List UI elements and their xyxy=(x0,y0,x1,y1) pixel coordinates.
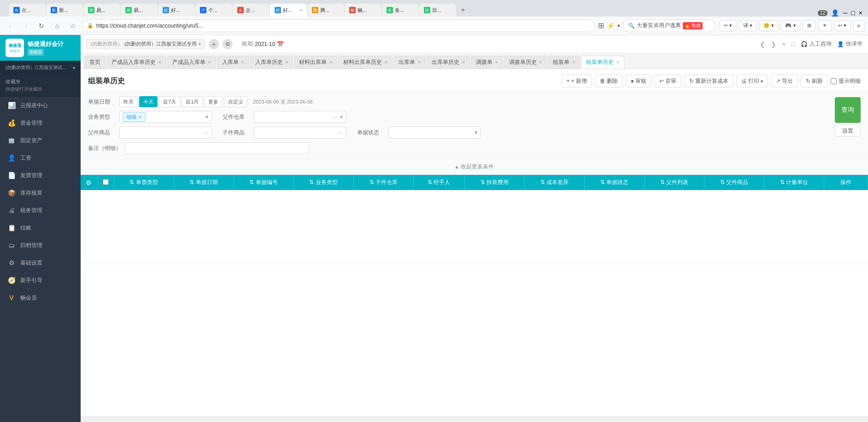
refresh-button[interactable]: ↻ xyxy=(35,19,48,32)
game-btn[interactable]: 🎮 ▾ xyxy=(781,20,800,31)
tab-material-out-history[interactable]: 材料出库单历史 × xyxy=(338,56,393,69)
close-app-icon[interactable]: × xyxy=(782,40,786,48)
sidebar-item-reports[interactable]: 📊 云报表中心 xyxy=(0,97,81,114)
recalc-btn[interactable]: ↻ 重新计算成本 xyxy=(684,75,733,87)
export-btn[interactable]: ↗ 导出 xyxy=(771,75,798,87)
bill-status-selector[interactable]: ▾ xyxy=(388,127,481,139)
tab-close[interactable]: × xyxy=(616,60,619,65)
week-btn[interactable]: 近7天 xyxy=(159,96,180,107)
new-tab-button[interactable]: + xyxy=(457,4,469,17)
tab-close[interactable]: × xyxy=(495,60,498,65)
collapse-bar[interactable]: ▲ 收起更多条件 xyxy=(81,159,868,175)
star-button[interactable]: ☆ xyxy=(66,19,79,32)
sidebar-item-closing[interactable]: 📋 结账 xyxy=(0,219,81,237)
translate-btn[interactable]: 译 ▾ xyxy=(739,20,757,31)
cut-btn[interactable]: ✂ ▾ xyxy=(720,20,736,31)
sidebar-item-tax[interactable]: 🖨 税务管理 xyxy=(0,202,81,219)
tab-close-8[interactable]: × xyxy=(299,8,302,13)
home-button[interactable]: ⌂ xyxy=(51,19,64,32)
tab-close[interactable]: × xyxy=(329,60,332,65)
browser-tab-11[interactable]: 各 各... xyxy=(382,4,419,17)
browser-tab-4[interactable]: 易 易... xyxy=(121,4,158,17)
parent-goods-selector[interactable]: ··· xyxy=(119,127,211,139)
tab-close[interactable]: × xyxy=(540,60,542,65)
refresh-page-btn[interactable]: ↻ 刷新 xyxy=(801,75,828,87)
show-detail-checkbox-label[interactable]: 显示明细 xyxy=(831,77,861,85)
audit-btn[interactable]: ● 审核 xyxy=(626,75,651,87)
col-handler[interactable]: ⇅ 经手人 xyxy=(413,175,464,190)
menu-btn[interactable]: ≡ xyxy=(853,20,864,31)
tab-assembly-history-active[interactable]: 组装单历史 × xyxy=(581,56,624,69)
tab-close[interactable]: × xyxy=(286,60,288,65)
forward-button[interactable]: › xyxy=(19,19,32,32)
col-child-warehouse[interactable]: ⇅ 子件仓库 xyxy=(353,175,413,190)
nav-left-icon[interactable]: ❮ xyxy=(760,40,765,48)
browser-tab-12[interactable]: 目 目... xyxy=(419,4,456,17)
browser-lightning[interactable]: ⚡ xyxy=(607,22,615,29)
col-parent-goods[interactable]: ⇅ 父件商品 xyxy=(704,175,764,190)
col-parent-list[interactable]: ⇅ 父件列表 xyxy=(644,175,704,190)
favorites-shortcut[interactable]: 快捷键打开收藏夹 xyxy=(6,86,75,92)
parent-warehouse-ellipsis[interactable]: ··· xyxy=(333,113,338,121)
tab-close[interactable]: × xyxy=(418,60,421,65)
url-bar[interactable]: 🔒 https://cloud.chanjet.com/accounting/u… xyxy=(82,19,595,32)
browser-tab-1[interactable]: 在 在... xyxy=(9,4,46,17)
sidebar-item-archive[interactable]: 🗂 归档管理 xyxy=(0,237,81,254)
browser-tab-9[interactable]: 腾 腾... xyxy=(307,4,344,17)
browser-tab-5[interactable]: 好 好... xyxy=(158,4,195,17)
checkbox-col-header[interactable] xyxy=(97,175,114,190)
tab-assembly[interactable]: 组装单 × xyxy=(548,56,580,69)
col-bill-no[interactable]: ⇅ 单据编号 xyxy=(234,175,293,190)
settings-gear-btn[interactable]: ⚙ xyxy=(223,39,233,49)
today-btn[interactable]: 今天 xyxy=(139,96,158,107)
sidebar-item-settings[interactable]: ⚙ 基础设置 xyxy=(0,254,81,272)
tab-close[interactable]: × xyxy=(572,60,575,65)
undo-btn[interactable]: ↩ ▾ xyxy=(834,20,850,31)
col-cost-diff[interactable]: ⇅ 成本差异 xyxy=(524,175,584,190)
browser-dropdown[interactable]: ▾ xyxy=(617,23,620,29)
col-unit[interactable]: ⇅ 计量单位 xyxy=(764,175,824,190)
browser-tab-6[interactable]: 个 个... xyxy=(195,4,232,17)
child-goods-ellipsis[interactable]: ··· xyxy=(337,129,343,136)
col-business-type[interactable]: ⇅ 业务类型 xyxy=(293,175,353,190)
tag-close-icon[interactable]: × xyxy=(139,115,141,120)
sidebar-item-payroll[interactable]: 👤 工资 xyxy=(0,149,81,167)
tab-close[interactable]: × xyxy=(241,60,244,65)
company-selector[interactable]: (勿删勿禁用）江西服宝测试专用 ▾ xyxy=(0,61,81,75)
abandon-btn[interactable]: ↩ 弃审 xyxy=(654,75,681,87)
month-btn[interactable]: 近1月 xyxy=(182,96,203,107)
col-bill-status[interactable]: ⇅ 单据状态 xyxy=(584,175,644,190)
browser-app-grid[interactable]: ⊞ xyxy=(598,21,604,30)
tab-transfer[interactable]: 调拨单 × xyxy=(471,56,503,69)
parent-warehouse-selector[interactable]: ··· ▾ xyxy=(254,111,346,123)
table-settings-icon[interactable]: ⚙ xyxy=(86,179,92,186)
close-button[interactable]: × xyxy=(859,9,862,17)
sidebar-item-guide[interactable]: 🧭 新手引导 xyxy=(0,272,81,289)
sidebar-item-assets[interactable]: 🏢 固定资产 xyxy=(0,132,81,149)
company-breadcrumb[interactable]: (勿删勿禁用） (勿删勿禁用）江西服宝测试专用 ▾ xyxy=(86,39,205,49)
browser-tab-2[interactable]: 新 新... xyxy=(46,4,83,17)
tab-production-in[interactable]: 产成品入库单 × xyxy=(167,56,216,69)
col-disassembly-cost[interactable]: ⇅ 拆装费用 xyxy=(464,175,524,190)
child-goods-selector[interactable]: ··· xyxy=(254,127,346,139)
yesterday-btn[interactable]: 昨天 xyxy=(119,96,138,107)
delete-btn[interactable]: 🗑 删除 xyxy=(595,75,623,87)
show-detail-checkbox[interactable] xyxy=(831,78,837,84)
print-btn[interactable]: 🖨 打印 ▾ xyxy=(736,75,768,87)
emoji-btn[interactable]: 🙂 ▾ xyxy=(759,20,778,31)
tab-close[interactable]: × xyxy=(385,60,387,65)
browser-tab-7[interactable]: 企 企... xyxy=(233,4,270,17)
custom-btn[interactable]: 自定义 xyxy=(224,96,247,107)
user-info[interactable]: 👤 徐泽华 xyxy=(837,40,862,48)
tab-transfer-history[interactable]: 调拨单历史 × xyxy=(504,56,547,69)
back-button[interactable]: ‹ xyxy=(4,19,17,32)
browser-tab-8-active[interactable]: 好 好... × xyxy=(270,4,307,17)
more-btn[interactable]: 更多 xyxy=(204,96,223,107)
tab-material-out[interactable]: 材料出库单 × xyxy=(294,56,337,69)
bottom-scrollbar[interactable] xyxy=(81,416,868,422)
sidebar-item-finance[interactable]: 💰 资金管理 xyxy=(0,114,81,132)
toggle-icon[interactable]: □ xyxy=(792,40,795,48)
tab-warehouse-in-history[interactable]: 入库单历史 × xyxy=(250,56,293,69)
search-bar[interactable]: 🔍 大量安卓用户逃离 🔥 热搜 xyxy=(623,19,715,32)
new-btn[interactable]: + + 新增 xyxy=(561,75,592,87)
